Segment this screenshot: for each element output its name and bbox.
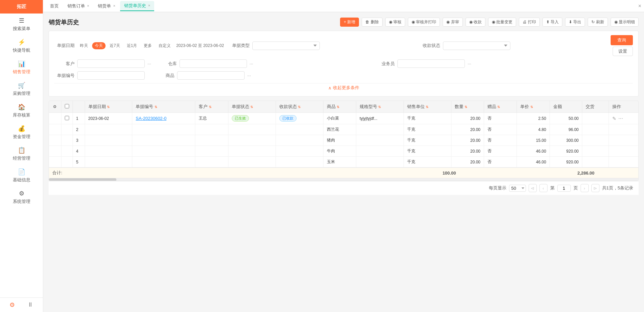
date-btn-more[interactable]: 更多 bbox=[141, 42, 155, 49]
row-gear-cell[interactable] bbox=[49, 157, 61, 167]
date-btn-yesterday[interactable]: 昨天 bbox=[77, 42, 91, 49]
customer-label: 客户 bbox=[54, 61, 75, 67]
customer-input[interactable] bbox=[77, 59, 145, 68]
delete-button[interactable]: 🗑 删除 bbox=[362, 18, 382, 27]
export-button[interactable]: ⬇ 导出 bbox=[565, 18, 585, 27]
doc-type-select[interactable] bbox=[252, 42, 320, 50]
sidebar-item-purchase-mgmt[interactable]: 🛒 采购管理 bbox=[0, 78, 43, 100]
date-btn-7days[interactable]: 近7天 bbox=[107, 42, 123, 49]
row-gear-cell[interactable] bbox=[49, 124, 61, 135]
select-all-checkbox[interactable] bbox=[65, 104, 69, 108]
table-body: 1 2023-06-02 SA-20230602-0 王总 已生效 已收款 小白… bbox=[49, 113, 638, 167]
query-button[interactable]: 查询 bbox=[611, 35, 633, 45]
row-customer: 王总 bbox=[195, 113, 228, 124]
col-gear[interactable]: ⚙ bbox=[49, 101, 61, 113]
sort-doc-no-icon: ⇅ bbox=[155, 105, 157, 109]
sidebar-item-basic-info[interactable]: 📄 基础信息 bbox=[0, 165, 43, 186]
horizontal-scrollbar[interactable] bbox=[49, 178, 638, 181]
collect-button[interactable]: ◉ 收款 bbox=[466, 18, 485, 27]
product-more-icon[interactable]: ··· bbox=[247, 73, 251, 78]
settings-button[interactable]: 设置 bbox=[613, 47, 633, 56]
refresh-button[interactable]: ↻ 刷新 bbox=[588, 18, 608, 27]
abandon-button[interactable]: ◉ 弃审 bbox=[443, 18, 463, 27]
sidebar-settings-icon[interactable]: ⚙ bbox=[9, 301, 15, 309]
print-button[interactable]: 🖨 打印 bbox=[519, 18, 539, 27]
more-action-icon[interactable]: ⋯ bbox=[618, 116, 623, 121]
sidebar-collapse-icon[interactable]: ⏸ bbox=[27, 301, 33, 309]
product-input[interactable] bbox=[177, 71, 245, 80]
customer-more-icon[interactable]: ··· bbox=[147, 61, 151, 66]
salesperson-label: 业务员 bbox=[374, 61, 395, 67]
collapse-button[interactable]: ∧ 收起更多条件 bbox=[54, 83, 633, 92]
tab-sales-delivery[interactable]: 销货单 × bbox=[94, 1, 119, 11]
sidebar-item-label: 系统管理 bbox=[13, 199, 30, 205]
import-button[interactable]: ⬆ 导入 bbox=[542, 18, 562, 27]
doc-no-link[interactable]: SA-20230602-0 bbox=[136, 116, 166, 121]
doc-no-input[interactable] bbox=[77, 71, 145, 80]
per-page-select[interactable]: 50 100 200 bbox=[509, 185, 526, 192]
tab-sales-delivery-history[interactable]: 销货单历史 × bbox=[120, 1, 154, 11]
col-product[interactable]: 商品 ⇅ bbox=[323, 101, 356, 113]
sidebar-item-quick-nav[interactable]: ⚡ 快捷导航 bbox=[0, 35, 43, 57]
sidebar-item-sales-mgmt[interactable]: 📊 销售管理 bbox=[0, 57, 43, 78]
edit-action-icon[interactable]: ✎ bbox=[612, 116, 616, 121]
close-tab-sales-order[interactable]: × bbox=[87, 4, 89, 8]
col-spec[interactable]: 规格型号 ⇅ bbox=[356, 101, 403, 113]
page-suffix: 页 bbox=[573, 185, 578, 191]
warehouse-more-icon[interactable]: ··· bbox=[250, 61, 253, 66]
tab-home[interactable]: 首页 bbox=[46, 1, 63, 11]
tab-sales-order[interactable]: 销售订单 × bbox=[63, 1, 93, 11]
row-gear-cell[interactable] bbox=[49, 135, 61, 146]
audit-button[interactable]: ◉ 审核 bbox=[385, 18, 405, 27]
close-tab-sales-delivery-history[interactable]: × bbox=[148, 4, 150, 7]
sort-product-icon: ⇅ bbox=[337, 105, 339, 109]
col-doc-no[interactable]: 单据编号 ⇅ bbox=[132, 101, 195, 113]
sidebar-item-system-mgmt[interactable]: ⚙ 系统管理 bbox=[0, 186, 43, 208]
pagination-bar: 每页显示 50 100 200 ⊲ ‹ 第 页 › ⊳ 共1页，5条记录 bbox=[49, 181, 639, 195]
salesperson-more-icon[interactable]: ··· bbox=[468, 61, 471, 66]
row-gear-cell[interactable] bbox=[49, 113, 61, 124]
sidebar-item-search-menu[interactable]: ☰ 搜索菜单 bbox=[0, 14, 43, 35]
row-checkbox-cell bbox=[61, 146, 73, 157]
last-page-button[interactable]: ⊳ bbox=[591, 184, 599, 192]
collect-status-select[interactable] bbox=[443, 42, 510, 50]
batch-change-button[interactable]: ◉ 批量变更 bbox=[488, 18, 516, 27]
date-btn-custom[interactable]: 自定义 bbox=[156, 42, 173, 49]
col-price[interactable]: 单价 ⇅ bbox=[517, 101, 550, 113]
row-no-cell: 3 bbox=[73, 135, 85, 146]
row-trade bbox=[582, 157, 609, 167]
new-button[interactable]: + 新增 bbox=[340, 18, 359, 27]
col-doc-status[interactable]: 单据状态 ⇅ bbox=[228, 101, 276, 113]
sidebar-bottom: ⚙ ⏸ bbox=[0, 297, 43, 312]
col-customer[interactable]: 客户 ⇅ bbox=[195, 101, 228, 113]
scrollbar-thumb[interactable] bbox=[49, 178, 116, 181]
col-doc-date-label: 单据日期 bbox=[88, 104, 106, 109]
row-qty: 20.00 bbox=[451, 157, 484, 167]
row-checkbox[interactable] bbox=[65, 116, 69, 120]
warehouse-input[interactable] bbox=[179, 59, 247, 68]
row-action bbox=[609, 157, 638, 167]
date-btn-1month[interactable]: 近1月 bbox=[124, 42, 140, 49]
page-input[interactable] bbox=[557, 185, 571, 192]
row-unit: 千克 bbox=[403, 157, 451, 167]
col-unit[interactable]: 销售单位 ⇅ bbox=[403, 101, 451, 113]
row-gear-cell[interactable] bbox=[49, 146, 61, 157]
sidebar-item-finance[interactable]: 💰 资金管理 bbox=[0, 122, 43, 143]
show-detail-button[interactable]: ◉ 显示明细 bbox=[611, 18, 639, 27]
sidebar-item-inventory[interactable]: 🏠 库存核算 bbox=[0, 100, 43, 122]
close-all-tabs-button[interactable]: × bbox=[638, 3, 641, 9]
next-page-button[interactable]: › bbox=[581, 184, 589, 192]
prev-page-button[interactable]: ‹ bbox=[539, 184, 548, 192]
row-unit: 千克 bbox=[403, 146, 451, 157]
col-collect-status[interactable]: 收款状态 ⇅ bbox=[276, 101, 323, 113]
salesperson-input[interactable] bbox=[397, 59, 465, 68]
action-icons: ✎⋯ bbox=[612, 116, 635, 121]
first-page-button[interactable]: ⊲ bbox=[529, 184, 537, 192]
col-gift[interactable]: 赠品 ⇅ bbox=[484, 101, 517, 113]
audit-print-button[interactable]: ◉ 审核并打印 bbox=[408, 18, 440, 27]
date-btn-today[interactable]: 今天 bbox=[92, 42, 106, 49]
col-qty[interactable]: 数量 ⇅ bbox=[451, 101, 484, 113]
col-doc-date[interactable]: 单据日期 ⇅ bbox=[85, 101, 132, 113]
sidebar-item-operation[interactable]: 📋 经营管理 bbox=[0, 143, 43, 165]
close-tab-sales-delivery[interactable]: × bbox=[113, 4, 115, 8]
